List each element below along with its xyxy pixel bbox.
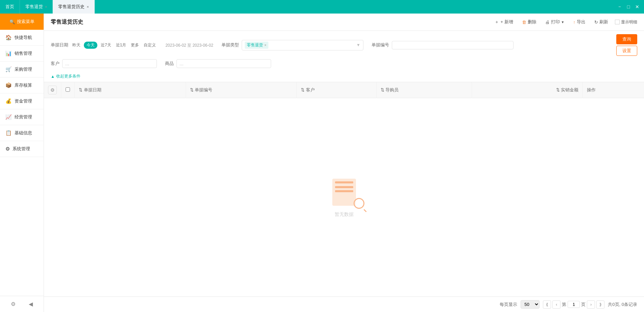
page-prefix-label: 第 [562, 302, 566, 308]
per-page-select[interactable]: 50 10 20 100 [521, 300, 540, 309]
sidebar-item-purchase-label: 采购管理 [15, 66, 32, 72]
export-button[interactable]: ↑ 导出 [571, 18, 588, 26]
query-button[interactable]: 查询 [616, 34, 637, 44]
type-tag: 零售退货 × [245, 42, 268, 49]
tab-spacer [95, 0, 613, 14]
date-opt-custom[interactable]: 自定义 [142, 42, 157, 49]
th-date-label: ⇅ 单据日期 [79, 87, 101, 92]
collapse-arrow-icon: ▲ [51, 74, 55, 79]
type-dropdown-arrow: ▼ [356, 43, 360, 47]
maximize-icon[interactable]: □ [626, 4, 631, 9]
sidebar-item-inventory[interactable]: 📦 库存核算 [0, 77, 44, 93]
delete-icon: 🗑 [522, 20, 526, 25]
prev-page-button[interactable]: ‹ [552, 300, 560, 309]
date-options: 昨天 今天 近7天 近1月 更多 自定义 [71, 42, 157, 49]
refresh-button[interactable]: ↻ 刷新 [592, 18, 610, 26]
page-header: 零售退货历史 ＋ + 新增 🗑 删除 🖨 打印 ▼ ↑ 导出 [44, 14, 644, 31]
settings-button[interactable]: 设置 [616, 46, 637, 56]
add-icon: ＋ [495, 19, 499, 25]
business-icon: 📈 [5, 114, 12, 120]
add-button[interactable]: ＋ + 新增 [493, 18, 515, 26]
date-opt-7days[interactable]: 近7天 [99, 42, 113, 49]
sidebar-search-label: 搜索菜单 [17, 19, 34, 25]
pagination-bar: 每页显示 50 10 20 100 ⟪ ‹ 第 页 › ⟫ 共0页, 0条记录 [44, 296, 644, 312]
page-input[interactable] [568, 301, 580, 308]
date-opt-1month[interactable]: 近1月 [115, 42, 128, 49]
remove-type-tag[interactable]: × [264, 43, 266, 47]
date-filter-field: 单据日期 昨天 今天 近7天 近1月 更多 自定义 [51, 42, 157, 49]
settings-icon[interactable]: ⚙ [11, 301, 16, 307]
collapse-filter-button[interactable]: ▲ 收起更多条件 [51, 71, 637, 82]
minimize-icon[interactable]: － [617, 4, 622, 9]
type-tag-text: 零售退货 [247, 42, 263, 48]
page-title: 零售退货历史 [51, 19, 83, 26]
system-icon: ⚙ [5, 146, 10, 152]
table-settings-gear[interactable]: ⚙ [48, 86, 57, 94]
doc-line-3 [335, 190, 353, 192]
type-filter-label: 单据类型 [221, 42, 239, 48]
customer-filter-box[interactable]: ... [62, 59, 157, 68]
export-icon: ↑ [573, 20, 576, 25]
type-filter-box[interactable]: 零售退货 × ▼ [242, 40, 363, 50]
close-icon[interactable]: ✕ [635, 4, 640, 9]
table-section: ⚙ ⇅ 单据日期 ⇅ 单据编号 ⇅ 客户 [44, 82, 644, 296]
sidebar-item-system[interactable]: ⚙ 系统管理 [0, 141, 44, 157]
sidebar-item-quick-nav[interactable]: 🏠 快捷导航 [0, 30, 44, 46]
print-dropdown-icon: ▼ [561, 20, 565, 24]
goods-filter-box[interactable]: ... [176, 59, 271, 68]
date-opt-today[interactable]: 今天 [84, 42, 97, 49]
date-range-text: 2023-06-02 至 2023-06-02 [165, 43, 213, 48]
th-id: ⇅ 单据编号 [186, 82, 297, 98]
refresh-icon: ↻ [594, 20, 598, 25]
print-button[interactable]: 🖨 打印 ▼ [543, 18, 567, 26]
customer-filter-dots: ... [65, 61, 69, 66]
tab-retail-return[interactable]: 零售退货 × [20, 0, 53, 14]
delete-button[interactable]: 🗑 删除 [520, 18, 539, 26]
tab-retail-return-label: 零售退货 [25, 4, 43, 10]
sidebar: 🔍 搜索菜单 🏠 快捷导航 📊 销售管理 🛒 采购管理 📦 库存核算 💰 [0, 14, 44, 312]
sidebar-item-inventory-label: 库存核算 [15, 82, 32, 88]
table-header-row: ⚙ ⇅ 单据日期 ⇅ 单据编号 ⇅ 客户 [44, 82, 644, 98]
empty-state: 暂无数据 [44, 98, 644, 296]
customer-filter-label: 客户 [51, 61, 59, 67]
id-filter-input[interactable] [392, 41, 514, 49]
sidebar-item-purchase[interactable]: 🛒 采购管理 [0, 62, 44, 77]
date-opt-more[interactable]: 更多 [129, 42, 140, 49]
per-page-label: 每页显示 [500, 302, 517, 308]
sidebar-item-sales-label: 销售管理 [15, 50, 32, 57]
sidebar-item-sales[interactable]: 📊 销售管理 [0, 46, 44, 62]
delete-label: 删除 [528, 19, 536, 25]
show-detail-checkbox[interactable] [615, 20, 620, 24]
first-page-button[interactable]: ⟪ [543, 300, 551, 309]
select-all-checkbox[interactable] [66, 87, 70, 92]
last-page-button[interactable]: ⟫ [596, 300, 604, 309]
tab-retail-return-history-close[interactable]: × [87, 5, 89, 9]
collapse-sidebar-icon[interactable]: ◀ [29, 301, 33, 307]
next-page-button[interactable]: › [587, 300, 595, 309]
tab-retail-return-history-label: 零售退货历史 [58, 4, 85, 10]
sidebar-item-info[interactable]: 📋 基础信息 [0, 125, 44, 141]
th-checkbox [61, 82, 75, 98]
th-action-label: 操作 [587, 87, 596, 92]
content-area: 零售退货历史 ＋ + 新增 🗑 删除 🖨 打印 ▼ ↑ 导出 [44, 14, 644, 312]
th-date: ⇅ 单据日期 [75, 82, 186, 98]
th-action: 操作 [583, 82, 644, 98]
tab-home[interactable]: 首页 [0, 0, 20, 14]
filter-row-2: 客户 ... 商品 ... [51, 59, 637, 71]
date-filter-label: 单据日期 [51, 42, 68, 48]
th-guide: ⇅ 导购员 [376, 82, 472, 98]
header-actions: ＋ + 新增 🗑 删除 🖨 打印 ▼ ↑ 导出 ↻ [493, 18, 637, 26]
top-tab-bar: 首页 零售退货 × 零售退货历史 × － □ ✕ [0, 0, 644, 14]
goods-filter-field: 商品 ... [165, 59, 271, 68]
tab-retail-return-history[interactable]: 零售退货历史 × [53, 0, 94, 14]
sidebar-item-business[interactable]: 📈 经营管理 [0, 109, 44, 125]
sidebar-item-business-label: 经营管理 [15, 114, 32, 120]
sidebar-search[interactable]: 🔍 搜索菜单 [0, 14, 44, 30]
finance-icon: 💰 [5, 98, 12, 104]
filter-row-1: 单据日期 昨天 今天 近7天 近1月 更多 自定义 2023-06-02 至 2… [51, 34, 637, 59]
date-opt-yesterday[interactable]: 昨天 [71, 42, 82, 49]
empty-text: 暂无数据 [335, 211, 354, 218]
tab-retail-return-close[interactable]: × [45, 5, 47, 9]
sidebar-item-finance[interactable]: 💰 资金管理 [0, 93, 44, 109]
doc-icon [332, 179, 356, 206]
